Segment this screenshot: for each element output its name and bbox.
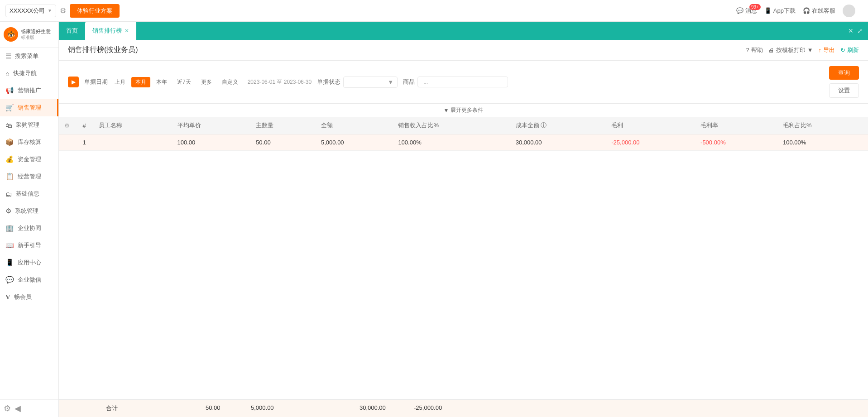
guide-icon: 📖 [5, 241, 14, 249]
tab-sales-rank[interactable]: 销售排行榜 ✕ [85, 22, 136, 40]
sidebar-item-inventory[interactable]: 📦 库存核算 [0, 134, 58, 151]
topbar-settings-icon[interactable]: ⚙ [60, 6, 66, 15]
sidebar-item-app-center[interactable]: 📱 应用中心 [0, 254, 58, 271]
sidebar-item-purchase[interactable]: 🛍 采购管理 [0, 116, 58, 134]
export-label: 导出 [823, 46, 835, 54]
refresh-button[interactable]: ↻ 刷新 [840, 46, 859, 54]
page-header: 销售排行榜(按业务员) ? 帮助 🖨 按模板打印 ▼ ↑ [59, 40, 868, 61]
footer-avg-price-cell [155, 404, 200, 412]
goods-filter-label: 商品 [403, 78, 415, 86]
sidebar-bottom: ⚙ ◀ [0, 399, 58, 417]
help-label: 帮助 [751, 46, 763, 54]
content-area: 首页 销售排行榜 ✕ ✕ ⤢ 销售排行榜(按业务员) [59, 22, 868, 417]
app-download-button[interactable]: 📱 App下载 [764, 7, 796, 15]
search-icon: ☰ [5, 52, 11, 60]
row-gross-rate-cell: -500.00% [695, 134, 777, 151]
sidebar: 🐯 畅康通好生意 标准版 ☰ 搜索菜单 ⌂ 快捷导航 📢 营销推广 🛒 销售 [0, 22, 59, 417]
date-btn-custom[interactable]: 自定义 [218, 77, 242, 87]
sidebar-label-quick-nav: 快捷导航 [13, 69, 37, 77]
filter-collapse-button[interactable]: ▶ [68, 77, 79, 87]
date-btn-this-year[interactable]: 本年 [152, 77, 171, 87]
sidebar-item-system[interactable]: ⚙ 系统管理 [0, 202, 58, 220]
status-chevron-icon: ▼ [388, 79, 393, 86]
export-icon: ↑ [819, 47, 822, 53]
footer-sales-ratio-cell [300, 404, 354, 412]
tab-right-actions: ✕ ⤢ [848, 27, 868, 34]
tab-close-icon[interactable]: ✕ [125, 28, 129, 34]
company-selector[interactable]: XXXXXX公司 ▼ [5, 5, 56, 17]
sidebar-label-member: 畅会员 [14, 293, 32, 301]
sidebar-item-wechat[interactable]: 💬 企业微信 [0, 271, 58, 288]
row-gross-ratio-cell: 100.00% [777, 134, 868, 151]
tab-sales-rank-label: 销售排行榜 [92, 27, 122, 35]
sidebar-item-operations[interactable]: 📋 经营管理 [0, 168, 58, 185]
table-wrapper[interactable]: ⚙ # 员工名称 平均单价 主数量 全额 销售收入占比% 成本全额 ⓘ 毛 [59, 117, 868, 399]
col-header-gross: 毛利 [606, 117, 695, 134]
app-center-icon: 📱 [5, 259, 14, 267]
help-button[interactable]: ? 帮助 [746, 46, 762, 54]
avatar[interactable] [843, 5, 855, 17]
date-btn-7days[interactable]: 近7天 [173, 77, 195, 87]
print-icon: 🖨 [768, 47, 774, 53]
settings-button[interactable]: 设置 [829, 83, 859, 98]
sidebar-item-finance[interactable]: 💰 资金管理 [0, 151, 58, 168]
headset-icon: 🎧 [803, 7, 810, 14]
export-button[interactable]: ↑ 导出 [819, 46, 835, 54]
chevron-down-icon: ▼ [48, 8, 52, 13]
footer-cost-cell: 30,000.00 [354, 404, 408, 412]
date-buttons: 上月 本月 本年 近7天 更多 自定义 [110, 77, 242, 87]
filter-goods-item: 商品 ... [403, 77, 508, 87]
template-print-button[interactable]: 🖨 按模板打印 ▼ [768, 46, 813, 54]
main-area: 🐯 畅康通好生意 标准版 ☰ 搜索菜单 ⌂ 快捷导航 📢 营销推广 🛒 销售 [0, 22, 868, 417]
tab-maximize-icon[interactable]: ⤢ [857, 27, 863, 34]
footer-num-cell [82, 404, 101, 412]
app-download-label: App下载 [773, 7, 796, 15]
date-filter-label: 单据日期 [84, 78, 108, 86]
sidebar-item-enterprise[interactable]: 🏢 企业协同 [0, 220, 58, 237]
date-btn-last-month[interactable]: 上月 [110, 77, 129, 87]
company-name: XXXXXX公司 [10, 7, 45, 15]
column-settings-icon[interactable]: ⚙ [64, 122, 70, 129]
expand-more-button[interactable]: ▼ 展开更多条件 [444, 106, 484, 114]
sales-icon: 🛒 [5, 104, 14, 112]
online-support-button[interactable]: 🎧 在线客服 [803, 7, 835, 15]
expand-label: 展开更多条件 [451, 106, 483, 114]
col-header-gross-ratio: 毛利占比% [777, 117, 868, 134]
refresh-icon: ↻ [840, 47, 845, 53]
sidebar-label-sales: 销售管理 [18, 104, 41, 112]
sidebar-collapse-btn[interactable]: ◀ [14, 403, 21, 413]
trial-button[interactable]: 体验行业方案 [70, 4, 120, 18]
logo-icon: 🐯 [4, 27, 18, 42]
sales-rank-table: ⚙ # 员工名称 平均单价 主数量 全额 销售收入占比% 成本全额 ⓘ 毛 [59, 117, 868, 151]
sidebar-item-sales[interactable]: 🛒 销售管理 [0, 99, 58, 116]
tab-close-window-icon[interactable]: ✕ [848, 27, 854, 34]
date-btn-more[interactable]: 更多 [197, 77, 216, 87]
sidebar-item-member[interactable]: V 畅会员 [0, 288, 58, 306]
sidebar-item-search-order[interactable]: ☰ 搜索菜单 [0, 48, 58, 65]
row-avg-price-cell: 100.00 [172, 134, 251, 151]
filter-date-range-item: 2023-06-01 至 2023-06-30 [248, 78, 312, 86]
expand-icon: ▼ [444, 107, 449, 114]
message-button[interactable]: 💬 消息 99+ [736, 7, 757, 15]
sidebar-label-search: 搜索菜单 [15, 52, 38, 60]
col-header-qty: 主数量 [250, 117, 316, 134]
sidebar-settings-btn[interactable]: ⚙ [4, 403, 11, 413]
sidebar-label-finance: 资金管理 [18, 155, 41, 163]
tab-home[interactable]: 首页 [59, 22, 85, 40]
logo-sub: 标准版 [21, 34, 51, 41]
sidebar-item-basics[interactable]: 🗂 基础信息 [0, 185, 58, 202]
date-btn-this-month[interactable]: 本月 [131, 77, 150, 87]
footer-gross-cell: -25,000.00 [408, 404, 463, 412]
row-num-cell: 1 [75, 134, 93, 151]
footer-amount-cell: 5,000.00 [245, 404, 300, 412]
message-icon: 💬 [736, 7, 743, 14]
sidebar-item-quick-nav[interactable]: ⌂ 快捷导航 [0, 65, 58, 82]
enterprise-icon: 🏢 [5, 224, 14, 232]
goods-select[interactable]: ... [417, 77, 508, 87]
sidebar-item-marketing[interactable]: 📢 营销推广 [0, 82, 58, 99]
status-select[interactable]: ▼ [343, 77, 398, 88]
purchase-icon: 🛍 [5, 121, 12, 129]
message-badge: 99+ [749, 4, 761, 10]
query-button[interactable]: 查询 [829, 66, 859, 80]
sidebar-item-guide[interactable]: 📖 新手引导 [0, 237, 58, 254]
